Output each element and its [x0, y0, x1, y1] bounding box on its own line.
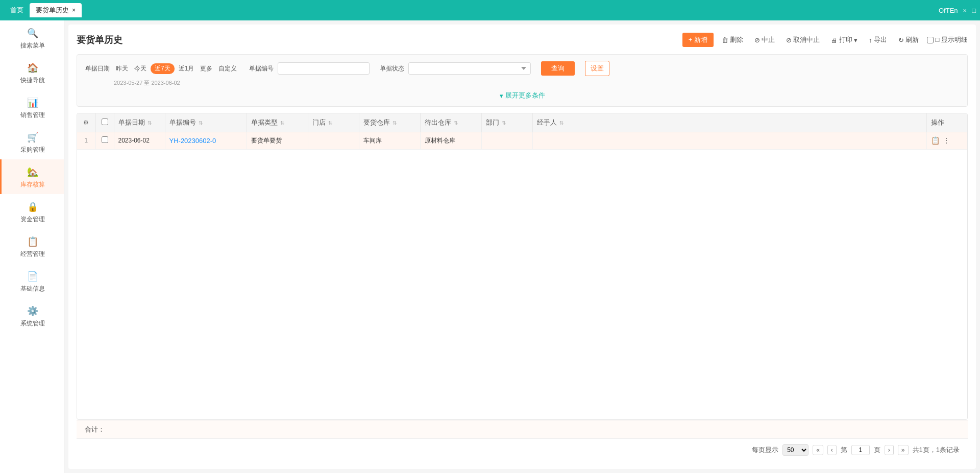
date-btn-today[interactable]: 今天 [132, 64, 149, 74]
row-handler [532, 132, 926, 149]
refresh-button-label: 刷新 [905, 35, 919, 44]
delete-button[interactable]: 🗑 删除 [719, 33, 746, 46]
th-date-label: 单据日期 [118, 119, 145, 126]
sidebar-item-finance[interactable]: 🔒 资金管理 [0, 194, 64, 229]
display-detail-checkbox[interactable] [927, 37, 934, 43]
settings-button[interactable]: 设置 [585, 61, 609, 76]
th-ordertype[interactable]: 单据类型 ⇅ [247, 113, 308, 132]
sidebar-item-search-menu[interactable]: 🔍 搜索菜单 [0, 20, 64, 55]
next-page-btn[interactable]: › [885, 445, 894, 455]
display-detail-toggle[interactable]: □ 显示明细 [927, 35, 968, 44]
row-more-icon[interactable]: ⋮ [943, 136, 950, 145]
page-number-input[interactable] [851, 445, 870, 455]
row-orderno: YH-20230602-0 [165, 132, 247, 149]
sidebar-item-inventory[interactable]: 🏡 库存核算 [0, 159, 64, 194]
row-orderno-link[interactable]: YH-20230602-0 [169, 137, 216, 145]
refresh-button[interactable]: ↻ 刷新 [895, 33, 922, 46]
row-checkbox-cell [95, 132, 114, 149]
sidebar-item-basic-info[interactable]: 📄 基础信息 [0, 264, 64, 298]
status-filter-select[interactable] [408, 62, 531, 75]
operations-icon: 📋 [27, 236, 38, 247]
date-btn-yesterday[interactable]: 昨天 [114, 64, 130, 74]
th-waitwarehouse-sort-icon: ⇅ [454, 120, 458, 126]
export-button[interactable]: ↑ 导出 [866, 33, 890, 46]
date-filter-label: 单据日期 [85, 64, 110, 73]
tab-close-icon[interactable]: × [72, 7, 76, 14]
cancel-stop-icon: ⊘ [786, 36, 792, 44]
page-content: 要货单历史 + 新增 🗑 删除 ⊘ 中止 ⊘ 取消中止 [68, 25, 976, 469]
new-button[interactable]: + 新增 [682, 33, 714, 47]
page-title: 要货单历史 [77, 34, 122, 46]
row-store [308, 132, 359, 149]
th-handler-label: 经手人 [537, 119, 557, 126]
stop-icon: ⊘ [754, 36, 760, 44]
date-btn-custom[interactable]: 自定义 [216, 64, 239, 74]
cancel-stop-button-label: 取消中止 [793, 35, 820, 44]
data-table: ⚙ 单据日期 ⇅ 单据编号 ⇅ [77, 113, 967, 150]
page-size-select[interactable]: 10 20 50 100 [782, 444, 808, 456]
first-page-btn[interactable]: « [813, 445, 823, 455]
row-edit-icon[interactable]: 📋 [931, 136, 940, 145]
th-department-label: 部门 [486, 119, 499, 126]
window-close-btn[interactable]: × [963, 7, 967, 14]
th-date-sort-icon: ⇅ [148, 120, 152, 126]
select-all-checkbox[interactable] [102, 119, 108, 125]
stop-button-label: 中止 [762, 35, 775, 44]
sidebar-item-basic-info-label: 基础信息 [20, 285, 45, 293]
th-handler[interactable]: 经手人 ⇅ [532, 113, 926, 132]
date-btn-7days[interactable]: 近7天 [151, 63, 175, 74]
page-input-prefix: 第 [841, 445, 847, 455]
filter-row-1: 单据日期 昨天 今天 近7天 近1月 更多 自定义 单据编号 [85, 61, 959, 76]
tab-history[interactable]: 要货单历史 × [30, 3, 82, 17]
expand-more-btn[interactable]: ▾ 展开更多条件 [85, 91, 959, 100]
last-page-btn[interactable]: » [898, 445, 909, 455]
tab-home[interactable]: 首页 [4, 3, 30, 17]
filter-bar: 单据日期 昨天 今天 近7天 近1月 更多 自定义 单据编号 [77, 54, 968, 107]
print-button[interactable]: 🖨 打印 ▾ [828, 33, 861, 46]
date-range-display: 2023-05-27 至 2023-06-02 [114, 79, 180, 87]
orderno-filter-input[interactable] [278, 62, 370, 75]
system-icon: ⚙️ [27, 305, 38, 317]
table-wrapper: ⚙ 单据日期 ⇅ 单据编号 ⇅ [77, 113, 968, 420]
row-actions: 📋 ⋮ [926, 132, 967, 149]
purchase-icon: 🛒 [27, 132, 38, 143]
row-checkbox[interactable] [102, 136, 108, 143]
sidebar-item-system-label: 系统管理 [20, 319, 45, 328]
sidebar-item-quick-nav[interactable]: 🏠 快捷导航 [0, 55, 64, 90]
prev-page-btn[interactable]: ‹ [827, 445, 837, 455]
th-reqwarehouse-sort-icon: ⇅ [393, 120, 397, 126]
filter-row-date-range: 2023-05-27 至 2023-06-02 [85, 78, 959, 87]
window-maximize-btn[interactable]: □ [972, 7, 976, 14]
total-info: 共1页，1条记录 [913, 445, 960, 455]
cancel-stop-button[interactable]: ⊘ 取消中止 [783, 33, 823, 46]
date-btn-more[interactable]: 更多 [198, 64, 214, 74]
th-waitwarehouse[interactable]: 待出仓库 ⇅ [420, 113, 481, 132]
query-button[interactable]: 查询 [541, 61, 575, 76]
th-store[interactable]: 门店 ⇅ [308, 113, 359, 132]
th-date[interactable]: 单据日期 ⇅ [114, 113, 165, 132]
sidebar-item-purchase[interactable]: 🛒 采购管理 [0, 125, 64, 159]
th-department[interactable]: 部门 ⇅ [481, 113, 532, 132]
delete-icon: 🗑 [722, 36, 728, 44]
th-orderno[interactable]: 单据编号 ⇅ [165, 113, 247, 132]
sidebar-item-operations-label: 经营管理 [20, 250, 45, 258]
sidebar-item-operations[interactable]: 📋 经营管理 [0, 229, 64, 264]
toolbar: + 新增 🗑 删除 ⊘ 中止 ⊘ 取消中止 🖨 [682, 33, 968, 47]
table-row: 1 2023-06-02 YH-20230602-0 要货单要货 车间库 [77, 132, 967, 149]
th-action-label: 操作 [931, 119, 944, 126]
tab-home-label: 首页 [10, 6, 23, 15]
sidebar-item-system[interactable]: ⚙️ 系统管理 [0, 298, 64, 333]
stop-button[interactable]: ⊘ 中止 [751, 33, 778, 46]
search-menu-icon: 🔍 [27, 28, 38, 39]
tab-history-label: 要货单历史 [36, 6, 69, 15]
th-reqwarehouse[interactable]: 要货仓库 ⇅ [359, 113, 420, 132]
date-btn-1month[interactable]: 近1月 [177, 64, 197, 74]
page-input-suffix: 页 [874, 445, 880, 455]
table-body: 1 2023-06-02 YH-20230602-0 要货单要货 车间库 [77, 132, 967, 149]
page-header: 要货单历史 + 新增 🗑 删除 ⊘ 中止 ⊘ 取消中止 [77, 33, 968, 47]
top-bar: 首页 要货单历史 × OfTEn × □ [0, 0, 980, 20]
table-header: ⚙ 单据日期 ⇅ 单据编号 ⇅ [77, 113, 967, 132]
print-dropdown-icon: ▾ [854, 36, 857, 44]
th-handler-sort-icon: ⇅ [559, 120, 564, 126]
sidebar-item-sales[interactable]: 📊 销售管理 [0, 90, 64, 125]
